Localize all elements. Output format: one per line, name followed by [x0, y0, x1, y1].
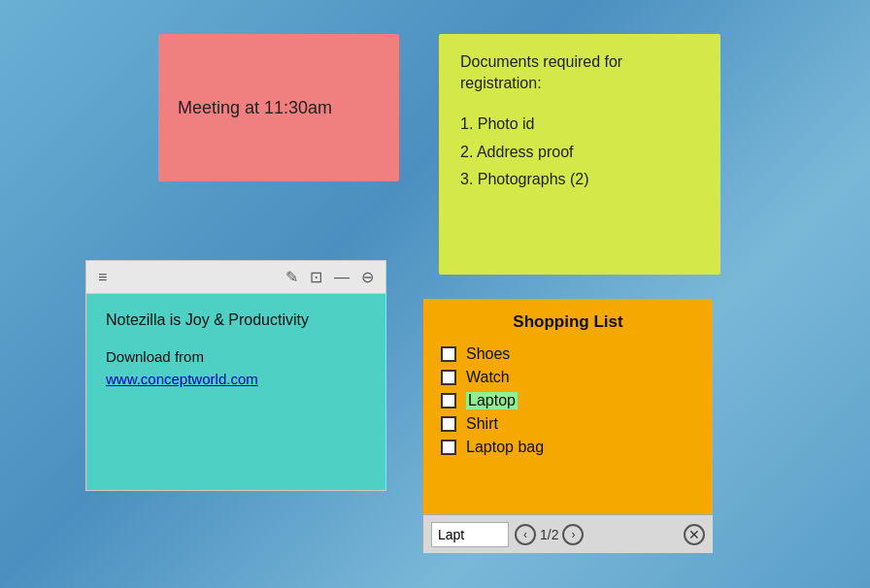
list-item: 3. Photographs (2): [460, 166, 699, 194]
list-item: Watch: [441, 369, 695, 386]
list-item: 1. Photo id: [460, 111, 699, 139]
menu-icon[interactable]: ≡: [98, 269, 107, 286]
minimize-icon[interactable]: —: [334, 269, 350, 286]
search-close-button[interactable]: ✕: [684, 524, 705, 545]
yellow-green-note-title: Documents required for registration:: [460, 51, 699, 95]
yellow-green-sticky-note: Documents required for registration: 1. …: [439, 34, 720, 275]
shopping-sticky-note: Shopping List Shoes Watch Laptop Shirt L…: [423, 299, 713, 553]
search-nav: ‹ 1/2 ›: [515, 524, 584, 545]
sticky-toolbar: ≡ ✎ ⊡ — ⊖: [86, 261, 385, 294]
checkbox-shirt[interactable]: [441, 416, 456, 432]
checkbox-watch[interactable]: [441, 370, 456, 385]
list-item: Shirt: [441, 415, 695, 433]
item-label: Watch: [466, 369, 510, 386]
toolbar-left: ≡: [98, 269, 107, 286]
list-item: 2. Address proof: [460, 139, 699, 167]
teal-sticky-note: ≡ ✎ ⊡ — ⊖ Notezilla is Joy & Productivit…: [85, 260, 386, 491]
search-input[interactable]: [431, 522, 509, 547]
checkbox-laptop[interactable]: [441, 393, 456, 408]
list-item: Laptop bag: [441, 439, 695, 456]
teal-main-text: Notezilla is Joy & Productivity: [106, 311, 366, 329]
teal-note-body: Notezilla is Joy & Productivity Download…: [86, 294, 385, 490]
item-label: Laptop bag: [466, 439, 544, 456]
yellow-green-note-list: 1. Photo id 2. Address proof 3. Photogra…: [460, 111, 699, 194]
nav-prev-button[interactable]: ‹: [515, 524, 536, 545]
item-label: Laptop: [466, 392, 518, 409]
teal-download-text: Download from: [106, 348, 366, 365]
resize-icon[interactable]: ⊡: [310, 268, 322, 286]
shopping-items-list: Shoes Watch Laptop Shirt Laptop bag: [441, 345, 695, 456]
checkbox-laptop-bag[interactable]: [441, 440, 456, 455]
shopping-inner: Shopping List Shoes Watch Laptop Shirt L…: [423, 299, 713, 514]
checkbox-shoes[interactable]: [441, 346, 456, 362]
toolbar-right: ✎ ⊡ — ⊖: [285, 268, 374, 286]
shopping-search-bar: ‹ 1/2 › ✕: [423, 514, 713, 553]
item-label: Shirt: [466, 415, 498, 433]
shopping-title: Shopping List: [441, 312, 695, 332]
close-icon[interactable]: ⊖: [361, 268, 374, 286]
pin-icon[interactable]: ✎: [285, 268, 298, 286]
list-item: Shoes: [441, 345, 695, 363]
nav-label: 1/2: [540, 527, 558, 542]
pink-note-text: Meeting at 11:30am: [178, 98, 332, 118]
teal-link[interactable]: www.conceptworld.com: [106, 371, 258, 387]
nav-next-button[interactable]: ›: [562, 524, 584, 545]
list-item: Laptop: [441, 392, 695, 409]
item-label: Shoes: [466, 345, 510, 363]
pink-sticky-note: Meeting at 11:30am: [158, 34, 399, 181]
